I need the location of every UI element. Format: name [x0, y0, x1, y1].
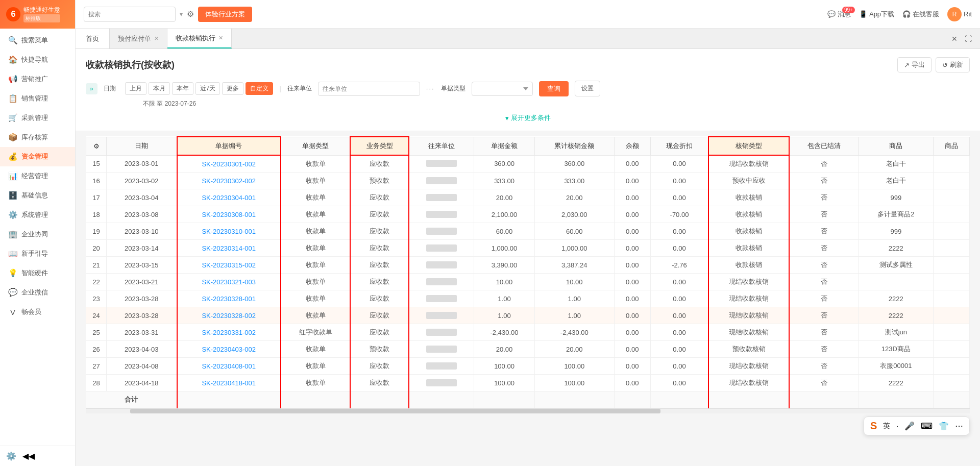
sidebar-item-wechat[interactable]: 💬企业微信 — [0, 283, 75, 302]
app-logo-icon: 6 — [6, 7, 20, 21]
last-month-btn[interactable]: 上月 — [125, 82, 146, 95]
counterpart-input[interactable] — [318, 82, 420, 96]
sidebar-item-member[interactable]: V畅会员 — [0, 302, 75, 322]
cell-goods: 2222 — [859, 307, 934, 324]
headset-icon: 🎧 — [902, 10, 911, 18]
bill-no-link[interactable]: SK-20230408-001 — [202, 362, 256, 370]
th-gear[interactable]: ⚙ — [86, 137, 107, 155]
receipt-type-select[interactable] — [472, 82, 533, 96]
cell-bill-type: 收款单 — [281, 173, 351, 189]
more-date-btn[interactable]: 更多 — [222, 82, 243, 95]
sidebar-item-hardware[interactable]: 💡智能硬件 — [0, 263, 75, 283]
sidebar-item-purchase[interactable]: 🛒采购管理 — [0, 108, 75, 128]
cell-bill-no: SK-20230310-001 — [177, 223, 281, 240]
custom-date-btn[interactable]: 自定义 — [246, 82, 273, 95]
bill-no-link[interactable]: SK-20230301-002 — [202, 160, 256, 168]
tabbar-actions: ✕ ⛶ — [943, 33, 980, 45]
cell-bill-type: 收款单 — [281, 290, 351, 307]
refresh-btn[interactable]: ↺ 刷新 — [936, 57, 970, 72]
bill-no-link[interactable]: SK-20230403-002 — [202, 346, 256, 353]
bill-no-link[interactable]: SK-20230315-002 — [202, 261, 256, 269]
table-footer-row: 合计 — [86, 391, 970, 408]
tab-home[interactable]: 首页 — [76, 29, 110, 48]
app-download-btn[interactable]: 📱 App下载 — [859, 10, 894, 19]
tab-prepay-close[interactable]: ✕ — [154, 35, 159, 42]
bill-no-link[interactable]: SK-20230302-002 — [202, 177, 256, 185]
query-btn[interactable]: 查询 — [539, 81, 569, 96]
sidebar-item-finance[interactable]: 💰资金管理 — [0, 147, 75, 166]
maximize-tab-btn[interactable]: ⛶ — [963, 33, 974, 45]
sidebar-item-guide[interactable]: 📖新手引导 — [0, 244, 75, 263]
more-filters-icon[interactable]: ··· — [426, 85, 435, 92]
gear-icon[interactable]: ⚙ — [187, 9, 194, 19]
bill-no-link[interactable]: SK-20230328-001 — [202, 295, 256, 303]
bill-no-link[interactable]: SK-20230328-002 — [202, 312, 256, 320]
footer-bill-no — [177, 391, 281, 408]
cell-goods: 2222 — [859, 290, 934, 307]
sidebar-item-marketing[interactable]: 📢营销推广 — [0, 69, 75, 89]
bill-no-link[interactable]: SK-20230310-001 — [202, 228, 256, 235]
bill-no-link[interactable]: SK-20230418-001 — [202, 379, 256, 387]
last-7days-btn[interactable]: 近7天 — [195, 82, 220, 95]
export-btn[interactable]: ↗ 导出 — [897, 57, 932, 72]
filter-collapse-btn[interactable]: » — [86, 83, 97, 94]
sidebar-item-basic[interactable]: 🗄️基础信息 — [0, 186, 75, 205]
bill-no-link[interactable]: SK-20230304-001 — [202, 194, 256, 202]
cell-bill-no: SK-20230418-001 — [177, 375, 281, 391]
th-verified: 累计核销金额 — [534, 137, 614, 155]
ime-english[interactable]: 英 — [883, 422, 890, 431]
user-avatar-area[interactable]: R Rit — [947, 7, 972, 21]
feature-btn[interactable]: 体验行业方案 — [198, 7, 252, 22]
cell-cash-discount: 0.00 — [650, 324, 708, 341]
search-input[interactable] — [84, 7, 176, 22]
cell-goods2 — [934, 223, 970, 240]
sidebar-item-corp[interactable]: 🏢企业协同 — [0, 225, 75, 244]
cell-counterpart — [409, 257, 474, 274]
cell-verified: 1,000.00 — [534, 240, 614, 257]
horizontal-scrollbar[interactable] — [86, 408, 970, 413]
avatar: R — [947, 7, 962, 21]
cell-bill-no: SK-20230331-002 — [177, 324, 281, 341]
sidebar-item-system[interactable]: ⚙️系统管理 — [0, 205, 75, 225]
th-goods2: 商品 — [934, 137, 970, 155]
cell-balance: 0.00 — [614, 375, 650, 391]
expand-conditions-btn[interactable]: ▾ 展开更多条件 — [505, 111, 551, 125]
ime-shirt[interactable]: 👕 — [939, 421, 949, 431]
bill-no-link[interactable]: SK-20230321-003 — [202, 278, 256, 286]
sidebar-item-operation[interactable]: 📊经营管理 — [0, 166, 75, 186]
sidebar-item-inventory[interactable]: 📦库存核算 — [0, 128, 75, 147]
message-btn[interactable]: 💬 消息 99+ — [827, 10, 851, 19]
collapse-icon[interactable]: ◀◀ — [22, 451, 35, 461]
cell-amount: 100.00 — [474, 375, 534, 391]
cell-verified: -2,430.00 — [534, 324, 614, 341]
bill-no-link[interactable]: SK-20230314-001 — [202, 244, 256, 252]
cell-goods: 测试jun — [859, 324, 934, 341]
sidebar-item-search[interactable]: 🔍搜索菜单 — [0, 31, 75, 50]
cell-bill-no: SK-20230314-001 — [177, 240, 281, 257]
settings-icon[interactable]: ⚙️ — [6, 451, 16, 461]
ime-keyboard[interactable]: ⌨ — [921, 421, 933, 431]
cell-counterpart — [409, 375, 474, 391]
close-tab-btn[interactable]: ✕ — [949, 33, 960, 45]
cell-balance: 0.00 — [614, 223, 650, 240]
cell-amount: 360.00 — [474, 155, 534, 173]
online-service-btn[interactable]: 🎧 在线客服 — [902, 10, 939, 19]
bill-no-link[interactable]: SK-20230308-001 — [202, 211, 256, 218]
this-month-btn[interactable]: 本月 — [149, 82, 170, 95]
ime-more[interactable]: ⋯ — [955, 421, 963, 431]
sidebar-item-label-corp: 企业协同 — [21, 230, 48, 239]
tab-collection[interactable]: 收款核销执行 ✕ — [167, 29, 232, 48]
tab-prepay[interactable]: 预付应付单 ✕ — [110, 29, 167, 48]
cell-include-settled: 否 — [789, 274, 859, 290]
settings-btn[interactable]: 设置 — [575, 81, 600, 96]
ime-mic[interactable]: 🎤 — [904, 421, 915, 431]
sidebar-item-quick[interactable]: 🏠快捷导航 — [0, 50, 75, 69]
bill-no-link[interactable]: SK-20230331-002 — [202, 329, 256, 336]
filter-divider-1: | — [279, 85, 281, 92]
this-year-btn[interactable]: 本年 — [172, 82, 193, 95]
sidebar-item-sales[interactable]: 📋销售管理 — [0, 89, 75, 108]
blurred-counterpart — [426, 160, 457, 167]
cell-cash-discount: -2.76 — [650, 257, 708, 274]
tab-collection-close[interactable]: ✕ — [218, 35, 223, 41]
cell-verify-type: 现结收款核销 — [708, 324, 789, 341]
